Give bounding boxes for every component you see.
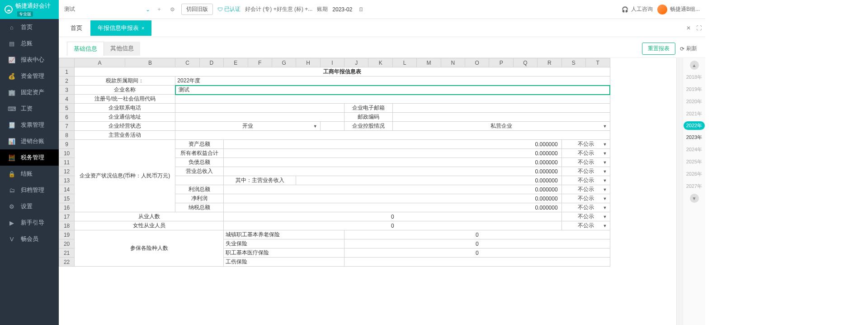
reset-report-button[interactable]: 重置报表 xyxy=(642,43,675,55)
user-menu[interactable]: 畅捷通B组... xyxy=(657,5,700,14)
sidebar-item-5[interactable]: ⌨工资 xyxy=(0,100,59,117)
cell[interactable]: 不公示▼ xyxy=(561,158,610,167)
cell[interactable] xyxy=(320,122,344,131)
sidebar-item-0[interactable]: ⌂首页 xyxy=(0,19,59,35)
service-link[interactable]: 🎧 人工咨询 xyxy=(622,5,653,13)
col-header[interactable]: J xyxy=(344,58,368,67)
cell[interactable]: 0 xyxy=(224,221,561,230)
col-header[interactable]: A xyxy=(75,58,125,67)
sidebar-item-10[interactable]: 🗂归档管理 xyxy=(0,182,59,198)
period-value[interactable]: 2023-02 xyxy=(332,6,352,13)
spreadsheet[interactable]: ABCDEFGHIJKLMNOPQRST 1工商年报信息表2税款所属期间：202… xyxy=(59,58,676,325)
col-header[interactable]: S xyxy=(561,58,585,67)
cell[interactable]: 不公示▼ xyxy=(561,149,610,158)
company-selector[interactable]: 测试 ⌄ xyxy=(64,5,150,13)
col-header[interactable]: O xyxy=(465,58,489,67)
row-number[interactable]: 10 xyxy=(59,149,75,158)
col-header[interactable]: Q xyxy=(513,58,537,67)
switch-old-button[interactable]: 切回旧版 xyxy=(181,4,213,15)
col-header[interactable]: B xyxy=(125,58,175,67)
sidebar-item-2[interactable]: 📈报表中心 xyxy=(0,52,59,68)
cell[interactable]: 不公示▼ xyxy=(561,185,610,194)
year-down-icon[interactable]: ▼ xyxy=(690,194,699,203)
plus-icon[interactable]: ＋ xyxy=(155,5,164,13)
row-number[interactable]: 3 xyxy=(59,86,75,95)
cell[interactable] xyxy=(175,104,344,113)
year-item[interactable]: 2018年 xyxy=(686,72,702,82)
year-item[interactable]: 2024年 xyxy=(686,145,702,154)
cell[interactable]: 0.000000 xyxy=(296,176,561,185)
holding-select[interactable]: 私营企业▼ xyxy=(392,122,610,131)
cell[interactable] xyxy=(175,176,224,185)
row-number[interactable]: 15 xyxy=(59,194,75,203)
cell[interactable]: 0 xyxy=(344,230,610,239)
tab-close-icon[interactable]: × xyxy=(142,25,144,31)
page-tab-1[interactable]: 年报信息申报表× xyxy=(90,20,151,36)
sidebar-item-7[interactable]: 📊进销台账 xyxy=(0,133,59,149)
year-item[interactable]: 2025年 xyxy=(686,157,702,167)
row-number[interactable]: 19 xyxy=(59,230,75,239)
cell[interactable] xyxy=(175,113,344,122)
sidebar-item-9[interactable]: 🔒结账 xyxy=(0,166,59,182)
col-header[interactable]: G xyxy=(272,58,296,67)
cell[interactable]: 不公示▼ xyxy=(561,176,610,185)
col-header[interactable]: R xyxy=(538,58,561,67)
cell[interactable]: 0 xyxy=(344,239,610,249)
sidebar-item-1[interactable]: ▤总账 xyxy=(0,35,59,52)
col-header[interactable]: T xyxy=(586,58,610,67)
year-item[interactable]: 2023年 xyxy=(686,133,702,142)
cell[interactable]: 0.000000 xyxy=(224,185,561,194)
year-item[interactable]: 2022年 xyxy=(684,121,705,130)
fullscreen-icon[interactable]: ⛶ xyxy=(696,25,702,31)
subtab-1[interactable]: 其他信息 xyxy=(104,42,140,56)
row-number[interactable]: 11 xyxy=(59,158,75,167)
cell[interactable]: 0.000000 xyxy=(224,167,561,176)
page-tab-0[interactable]: 首页 xyxy=(63,20,90,36)
year-up-icon[interactable]: ▲ xyxy=(690,61,699,70)
col-header[interactable]: M xyxy=(417,58,441,67)
cell[interactable]: 0.000000 xyxy=(224,194,561,203)
cell[interactable] xyxy=(392,113,610,122)
col-header[interactable]: E xyxy=(224,58,248,67)
sidebar-item-13[interactable]: V畅会员 xyxy=(0,231,59,247)
year-item[interactable]: 2020年 xyxy=(686,97,702,106)
sidebar-item-11[interactable]: ⚙设置 xyxy=(0,198,59,215)
row-number[interactable]: 8 xyxy=(59,131,75,140)
cell[interactable]: 0.000000 xyxy=(224,158,561,167)
cell[interactable]: 0 xyxy=(344,249,610,258)
col-header[interactable]: H xyxy=(296,58,320,67)
cell[interactable]: 不公示▼ xyxy=(561,167,610,176)
col-header[interactable]: P xyxy=(489,58,513,67)
cell[interactable] xyxy=(175,131,610,140)
cell[interactable]: 0.000000 xyxy=(224,140,561,149)
company-name-input[interactable]: 测试 xyxy=(175,86,610,95)
row-number[interactable]: 18 xyxy=(59,221,75,230)
col-header[interactable]: I xyxy=(320,58,344,67)
row-number[interactable]: 4 xyxy=(59,95,75,104)
row-number[interactable]: 17 xyxy=(59,212,75,221)
col-header[interactable] xyxy=(59,58,75,67)
row-number[interactable]: 22 xyxy=(59,258,75,267)
row-number[interactable]: 20 xyxy=(59,239,75,249)
status-select[interactable]: 开业▼ xyxy=(175,122,320,131)
cell[interactable]: 不公示▼ xyxy=(561,221,610,230)
row-number[interactable]: 6 xyxy=(59,113,75,122)
cell[interactable] xyxy=(175,95,610,104)
row-number[interactable]: 12 xyxy=(59,167,75,176)
col-header[interactable]: D xyxy=(199,58,223,67)
year-item[interactable]: 2021年 xyxy=(686,109,702,119)
vertical-scrollbar[interactable] xyxy=(676,58,683,325)
close-all-icon[interactable]: ✕ xyxy=(686,25,691,31)
calendar-icon[interactable]: 🗓 xyxy=(357,6,366,13)
row-number[interactable]: 16 xyxy=(59,203,75,212)
year-item[interactable]: 2026年 xyxy=(686,169,702,179)
gear-icon[interactable]: ⚙ xyxy=(168,6,177,13)
subtab-0[interactable]: 基础信息 xyxy=(67,42,104,56)
refresh-button[interactable]: ⟳ 刷新 xyxy=(680,45,697,53)
col-header[interactable]: C xyxy=(175,58,199,67)
col-header[interactable]: N xyxy=(441,58,465,67)
cell[interactable]: 0 xyxy=(224,212,561,221)
row-number[interactable]: 21 xyxy=(59,249,75,258)
row-number[interactable]: 7 xyxy=(59,122,75,131)
row-number[interactable]: 14 xyxy=(59,185,75,194)
